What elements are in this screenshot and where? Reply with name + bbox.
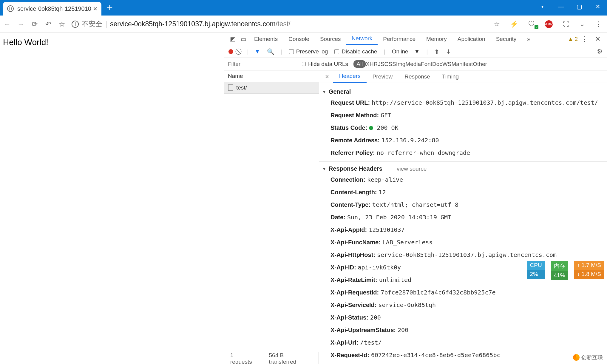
filter-type-media[interactable]: Media [405,61,421,67]
tabs-dropdown-icon[interactable]: ▾ [533,0,552,13]
filter-type-font[interactable]: Font [421,61,432,67]
filter-type-xhr[interactable]: XHR [366,61,378,67]
devtools-tab-application[interactable]: Application [452,33,491,45]
request-count: 1 requests [224,352,263,364]
minimize-icon[interactable]: — [552,0,570,13]
preserve-log-checkbox[interactable]: Preserve log [289,48,328,55]
devtools-close-icon[interactable]: ✕ [591,35,604,43]
header-row: Remote Address:152.136.9.242:80 [322,134,604,146]
filter-type-doc[interactable]: Doc [432,61,442,67]
request-list: Name test/ 1 requests 564 B transferred [224,70,319,364]
bookmark-star-icon[interactable]: ☆ [58,20,66,28]
performance-overlay: CPU 2% 内存 41% ↑ 1.7 M/S ↓ 1.8 M/S [524,260,607,281]
filter-type-ws[interactable]: WS [442,61,452,67]
filter-input[interactable] [228,61,296,67]
response-headers-header[interactable]: ▼Response Headersview source [322,164,604,173]
header-row: Referrer Policy:no-referrer-when-downgra… [322,146,604,159]
url-field[interactable]: i 不安全 | service-0ok85tqh-1251901037.bj.a… [72,19,486,29]
page-content: Hello World! [0,33,224,364]
devtools-tab-memory[interactable]: Memory [421,33,452,45]
detail-tab-preview[interactable]: Preview [367,70,399,83]
header-row: Request URL:http://service-0ok85tqh-1251… [322,96,604,109]
status-dot-icon [369,126,373,130]
header-row: Connection:keep-alive [322,173,604,186]
view-source-link[interactable]: view source [397,166,427,172]
device-toggle-icon[interactable]: ▭ [238,36,249,43]
detail-tab-headers[interactable]: Headers [333,70,367,83]
header-row: X-Api-UpstreamStatus:200 [322,324,604,336]
detail-tab-response[interactable]: Response [399,70,436,83]
watermark: 创新互联 [573,354,603,361]
disable-cache-checkbox[interactable]: Disable cache [334,48,377,55]
filter-type-manifest[interactable]: Manifest [452,61,473,67]
devtools-tab-sources[interactable]: Sources [315,33,346,45]
bookmark-page-icon[interactable]: ☆ [492,20,502,28]
page-body-text: Hello World! [3,38,48,47]
network-toolbar: ⃠ | ▼ 🔍 | Preserve log Disable cache | O… [224,45,607,58]
header-row: X-Api-FuncName:LAB_Serverless [322,236,604,249]
devtools-panel: ◩ ▭ ElementsConsoleSourcesNetworkPerform… [224,33,607,364]
close-tab-icon[interactable]: × [91,4,97,13]
mem-label: 内存 [551,261,568,271]
maximize-icon[interactable]: ▢ [570,0,589,13]
devtools-menu-icon[interactable]: ⋮ [578,35,591,43]
inspect-icon[interactable]: ◩ [227,36,238,43]
devtools-tab-performance[interactable]: Performance [378,33,421,45]
request-name: test/ [236,84,247,91]
warning-badge[interactable]: ▲ 2 [568,36,578,42]
net-up: ↑ 1.7 M/S [574,261,604,270]
info-icon[interactable]: i [72,21,79,28]
abp-icon[interactable]: ABP [543,20,555,28]
undo-icon[interactable]: ↶ [44,20,52,28]
tabs-overflow-icon[interactable]: » [522,33,536,45]
download-har-icon[interactable]: ⬇ [446,48,451,55]
new-tab-button[interactable]: + [101,0,118,15]
browser-tab[interactable]: service-0ok85tqh-1251901037 × [3,2,101,16]
bolt-icon[interactable]: ⚡ [508,20,520,28]
reload-icon[interactable]: ⟳ [30,20,39,28]
filter-type-css[interactable]: CSS [384,61,396,67]
header-row: Status Code:200 OK [322,121,604,134]
net-down: ↓ 1.8 M/S [574,270,604,279]
filter-toggle-icon[interactable]: ▼ [254,48,260,55]
filter-type-js[interactable]: JS [378,61,384,67]
chevrons-down-icon[interactable]: ⌄ [577,20,587,28]
screenshot-icon[interactable]: ⛶ [560,20,572,28]
header-row: Content-Type:text/html; charset=utf-8 [322,198,604,211]
devtools-tab-console[interactable]: Console [283,33,315,45]
name-column-header[interactable]: Name [224,70,319,82]
cpu-value: 2% [527,270,545,279]
header-row: X-Api-ServiceId:service-0ok85tqh [322,299,604,311]
devtools-tab-security[interactable]: Security [491,33,522,45]
close-window-icon[interactable]: ✕ [589,0,607,13]
extension-icon[interactable]: 🛡2 [526,20,537,28]
network-filter-bar: Hide data URLs AllXHRJSCSSImgMediaFontDo… [224,58,607,70]
forward-icon[interactable]: → [17,20,25,28]
globe-icon [7,5,14,12]
watermark-logo-icon [573,354,580,361]
gear-icon[interactable]: ⚙ [597,48,603,55]
request-row[interactable]: test/ [224,82,319,94]
devtools-tab-elements[interactable]: Elements [249,33,283,45]
menu-icon[interactable]: ⋮ [593,20,604,28]
throttling-select[interactable]: Online▼ [392,48,420,55]
header-row: X-Api-AppId:1251901037 [322,223,604,236]
general-header[interactable]: ▼General [322,87,604,96]
filter-type-all[interactable]: All [353,60,366,68]
filter-type-img[interactable]: Img [396,61,406,67]
upload-har-icon[interactable]: ⬆ [434,48,439,55]
mem-value: 41% [551,271,568,280]
search-icon[interactable]: 🔍 [267,48,274,55]
close-detail-icon[interactable]: × [321,73,333,81]
record-icon[interactable] [228,49,233,54]
url-text: service-0ok85tqh-1251901037.bj.apigw.ten… [110,20,291,28]
detail-tab-timing[interactable]: Timing [436,70,465,83]
devtools-tabbar: ◩ ▭ ElementsConsoleSourcesNetworkPerform… [224,33,607,45]
hide-data-urls-checkbox[interactable]: Hide data URLs [302,61,348,67]
filter-type-other[interactable]: Other [473,61,487,67]
window-titlebar: service-0ok85tqh-1251901037 × + ▾ — ▢ ✕ [0,0,607,16]
back-icon[interactable]: ← [3,20,11,28]
header-row: Content-Length:12 [322,186,604,198]
devtools-tab-network[interactable]: Network [346,33,378,45]
tab-title: service-0ok85tqh-1251901037 [17,5,91,12]
